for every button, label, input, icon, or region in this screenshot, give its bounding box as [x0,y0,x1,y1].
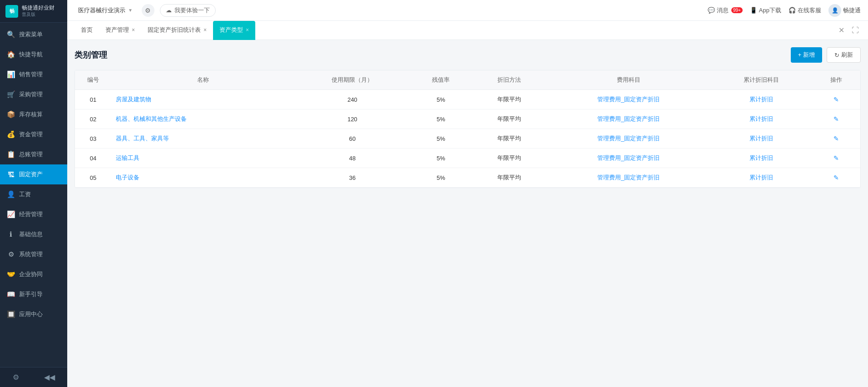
sidebar-nav: 🔍 搜索菜单 🏠 快捷导航 📊 销售管理 🛒 采购管理 📦 库存核算 💰 资金管… [0,23,67,367]
sidebar-footer: ⚙ ◀◀ [0,367,67,387]
table-col-header: 残值率 [410,70,471,90]
edit-icon[interactable]: ✎ [833,115,839,123]
cell-id: 04 [75,149,111,168]
sidebar-item-cooperation[interactable]: 🤝 企业协同 [0,264,67,284]
cell-accumulated: 累计折旧 [710,109,813,129]
nav-icon-operations: 📈 [6,210,15,219]
cell-method: 年限平均 [471,149,546,168]
sidebar-item-base-info[interactable]: ℹ 基础信息 [0,224,67,244]
topbar-left: 医疗器械行业演示 ▼ ⚙ ☁ 我要体验一下 [74,4,216,17]
edit-icon[interactable]: ✎ [833,154,839,162]
new-button[interactable]: + 新增 [791,47,822,63]
nav-label-cooperation: 企业协同 [19,270,43,278]
table: 编号名称使用期限（月）残值率折旧方法费用科目累计折旧科目操作 01 房屋及建筑物… [75,70,860,188]
table-row: 04 运输工具 48 5% 年限平均 管理费用_固定资产折旧 累计折旧 ✎ [75,149,860,168]
nav-icon-payroll: 👤 [6,190,15,199]
collapse-icon[interactable]: ◀◀ [44,373,55,382]
cell-name: 机器、机械和其他生产设备 [111,109,295,129]
edit-icon[interactable]: ✎ [833,174,839,181]
tab-depreciation-table[interactable]: 固定资产折旧统计表× [141,21,213,40]
cell-accumulated: 累计折旧 [710,149,813,168]
sidebar-logo: 畅 畅捷通好业财 普及版 [0,0,67,23]
cell-method: 年限平均 [471,168,546,188]
app-name: 畅捷通好业财 [22,5,55,12]
cell-period: 120 [295,109,410,129]
sidebar-item-capital[interactable]: 💰 资金管理 [0,124,67,144]
customer-service-label: 在线客服 [798,6,821,15]
cell-residual: 5% [410,109,471,129]
tab-close-depreciation-table[interactable]: × [203,27,207,33]
cell-id: 03 [75,129,111,149]
sidebar-item-system[interactable]: ⚙ 系统管理 [0,244,67,264]
nav-label-fixed-assets: 固定资产 [19,170,43,179]
nav-icon-guide: 📖 [6,290,15,299]
sidebar-item-operations[interactable]: 📈 经营管理 [0,204,67,224]
tab-home[interactable]: 首页 [74,21,99,40]
cell-method: 年限平均 [471,109,546,129]
user-action[interactable]: 👤 畅捷通 [828,4,861,17]
tab-asset-type[interactable]: 资产类型× [213,21,255,40]
customer-service-action[interactable]: 🎧 在线客服 [789,6,821,15]
maximize-window-icon[interactable]: ⛶ [850,25,861,36]
sidebar-item-guide[interactable]: 📖 新手引导 [0,284,67,304]
settings-footer-icon[interactable]: ⚙ [13,373,19,382]
tab-label-home: 首页 [81,26,93,34]
edit-icon[interactable]: ✎ [833,135,839,142]
sidebar-item-inventory[interactable]: 📦 库存核算 [0,104,67,124]
refresh-label: 刷新 [841,51,853,59]
tab-asset-mgmt[interactable]: 资产管理× [99,21,141,40]
cell-name: 电子设备 [111,168,295,188]
cell-action[interactable]: ✎ [812,149,860,168]
sidebar-item-apps[interactable]: 🔲 应用中心 [0,304,67,324]
table-col-header: 编号 [75,70,111,90]
page-title: 类别管理 [74,50,107,60]
table-body: 01 房屋及建筑物 240 5% 年限平均 管理费用_固定资产折旧 累计折旧 ✎… [75,90,860,188]
message-badge: 99+ [731,7,743,13]
sidebar-item-sales[interactable]: 📊 销售管理 [0,64,67,84]
sidebar-item-payroll[interactable]: 👤 工资 [0,184,67,204]
sidebar-item-purchase[interactable]: 🛒 采购管理 [0,84,67,104]
cell-method: 年限平均 [471,90,546,109]
table-row: 03 器具、工具、家具等 60 5% 年限平均 管理费用_固定资产折旧 累计折旧… [75,129,860,149]
message-icon: 💬 [708,7,715,14]
gear-icon: ⚙ [145,7,151,14]
experience-button[interactable]: ☁ 我要体验一下 [160,4,216,17]
nav-icon-sales: 📊 [6,70,15,79]
nav-label-apps: 应用中心 [19,310,43,318]
nav-icon-apps: 🔲 [6,310,15,319]
nav-label-guide: 新手引导 [19,290,43,298]
refresh-button[interactable]: ↻ 刷新 [827,47,861,63]
header-actions: + 新增 ↻ 刷新 [791,47,861,63]
sidebar-item-search[interactable]: 🔍 搜索菜单 [0,25,67,45]
refresh-icon: ↻ [834,52,839,59]
nav-icon-cooperation: 🤝 [6,270,15,279]
tab-close-asset-mgmt[interactable]: × [132,27,135,33]
nav-icon-system: ⚙ [6,250,15,259]
tab-label-asset-type: 资产类型 [219,26,243,34]
topbar-settings-button[interactable]: ⚙ [142,4,154,17]
nav-label-sales: 销售管理 [19,70,43,79]
sidebar-item-quick-nav[interactable]: 🏠 快捷导航 [0,45,67,64]
cell-action[interactable]: ✎ [812,129,860,149]
table-col-header: 名称 [111,70,295,90]
nav-label-ledger: 总账管理 [19,150,43,159]
nav-icon-fixed-assets: 🏗 [6,170,15,179]
sidebar-item-ledger[interactable]: 📋 总账管理 [0,144,67,164]
cell-action[interactable]: ✎ [812,168,860,188]
nav-icon-ledger: 📋 [6,150,15,159]
company-selector[interactable]: 医疗器械行业演示 ▼ [74,5,136,16]
close-window-icon[interactable]: ✕ [837,24,846,36]
tab-close-asset-type[interactable]: × [246,27,249,33]
cell-action[interactable]: ✎ [812,109,860,129]
cloud-icon: ☁ [166,7,172,14]
cell-accumulated: 累计折旧 [710,129,813,149]
nav-icon-inventory: 📦 [6,110,15,119]
cell-residual: 5% [410,129,471,149]
cell-expense: 管理费用_固定资产折旧 [546,109,710,129]
sidebar-item-fixed-assets[interactable]: 🏗 固定资产 [0,164,67,184]
app-download-action[interactable]: 📱 App下载 [750,6,781,15]
edit-icon[interactable]: ✎ [833,96,839,103]
cell-action[interactable]: ✎ [812,90,860,109]
message-action[interactable]: 💬 消息 99+ [708,6,743,15]
table-col-header: 折旧方法 [471,70,546,90]
